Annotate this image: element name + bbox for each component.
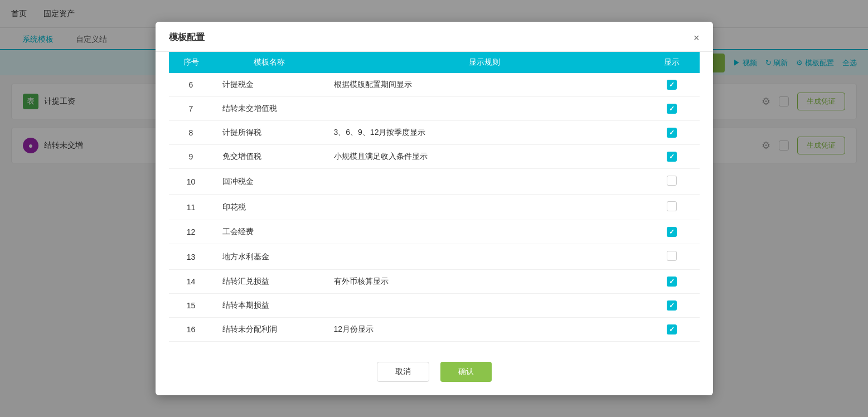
checkbox-empty-5[interactable] (667, 201, 677, 211)
cell-rule-4 (325, 169, 644, 195)
th-show: 显示 (644, 52, 700, 73)
table-row: 11印花税 (169, 195, 700, 220)
modal-footer: 取消 确认 (156, 353, 713, 395)
th-rule: 显示规则 (325, 52, 644, 73)
modal-overlay: 模板配置 × 序号 模板名称 显示规则 显示 6计提税金根据模版配置期间显 (0, 0, 868, 417)
modal-close-button[interactable]: × (694, 33, 700, 43)
cell-name-0: 计提税金 (214, 73, 325, 97)
checkbox-checked-3[interactable] (667, 152, 677, 162)
cell-rule-7 (325, 244, 644, 270)
cell-rule-10: 12月份显示 (325, 318, 644, 342)
th-name: 模板名称 (214, 52, 325, 73)
cell-no-3: 9 (169, 145, 214, 169)
cell-name-9: 结转本期损益 (214, 294, 325, 318)
cell-no-1: 7 (169, 97, 214, 121)
cell-rule-9 (325, 294, 644, 318)
checkbox-checked-2[interactable] (667, 128, 677, 138)
modal-body: 序号 模板名称 显示规则 显示 6计提税金根据模版配置期间显示7结转未交增值税8… (156, 52, 713, 353)
cell-no-9: 15 (169, 294, 214, 318)
table-row: 7结转未交增值税 (169, 97, 700, 121)
cell-no-0: 6 (169, 73, 214, 97)
cell-show-10[interactable] (644, 318, 700, 342)
checkbox-empty-4[interactable] (667, 176, 677, 186)
cell-show-1[interactable] (644, 97, 700, 121)
table-row: 15结转本期损益 (169, 294, 700, 318)
cell-show-7[interactable] (644, 244, 700, 270)
checkbox-checked-8[interactable] (667, 277, 677, 287)
cell-rule-6 (325, 220, 644, 244)
table-row: 13地方水利基金 (169, 244, 700, 270)
table-body: 6计提税金根据模版配置期间显示7结转未交增值税8计提所得税3、6、9、12月按季… (169, 73, 700, 342)
checkbox-checked-9[interactable] (667, 300, 677, 311)
cancel-button[interactable]: 取消 (377, 362, 429, 382)
cell-name-2: 计提所得税 (214, 121, 325, 145)
cell-name-7: 地方水利基金 (214, 244, 325, 270)
cell-rule-5 (325, 195, 644, 220)
cell-name-8: 结转汇兑损益 (214, 270, 325, 294)
table-row: 9免交增值税小规模且满足收入条件显示 (169, 145, 700, 169)
cell-show-9[interactable] (644, 294, 700, 318)
cell-rule-2: 3、6、9、12月按季度显示 (325, 121, 644, 145)
cell-no-4: 10 (169, 169, 214, 195)
cell-no-8: 14 (169, 270, 214, 294)
cell-no-7: 13 (169, 244, 214, 270)
table-row: 16结转未分配利润12月份显示 (169, 318, 700, 342)
table-scroll[interactable]: 序号 模板名称 显示规则 显示 6计提税金根据模版配置期间显示7结转未交增值税8… (169, 52, 700, 342)
cell-rule-3: 小规模且满足收入条件显示 (325, 145, 644, 169)
checkbox-checked-0[interactable] (667, 80, 677, 90)
config-table: 序号 模板名称 显示规则 显示 6计提税金根据模版配置期间显示7结转未交增值税8… (169, 52, 700, 342)
table-row: 8计提所得税3、6、9、12月按季度显示 (169, 121, 700, 145)
checkbox-checked-6[interactable] (667, 227, 677, 237)
table-row: 12工会经费 (169, 220, 700, 244)
cell-name-6: 工会经费 (214, 220, 325, 244)
table-header-row: 序号 模板名称 显示规则 显示 (169, 52, 700, 73)
cell-show-4[interactable] (644, 169, 700, 195)
table-row: 6计提税金根据模版配置期间显示 (169, 73, 700, 97)
checkbox-empty-7[interactable] (667, 251, 677, 261)
cell-name-4: 回冲税金 (214, 169, 325, 195)
checkbox-checked-1[interactable] (667, 104, 677, 114)
cell-name-5: 印花税 (214, 195, 325, 220)
cell-name-3: 免交增值税 (214, 145, 325, 169)
cell-no-5: 11 (169, 195, 214, 220)
cell-rule-0: 根据模版配置期间显示 (325, 73, 644, 97)
checkbox-checked-10[interactable] (667, 324, 677, 334)
cell-name-10: 结转未分配利润 (214, 318, 325, 342)
cell-rule-8: 有外币核算显示 (325, 270, 644, 294)
confirm-button[interactable]: 确认 (440, 362, 492, 382)
modal-header: 模板配置 × (156, 22, 713, 52)
cell-name-1: 结转未交增值税 (214, 97, 325, 121)
table-row: 14结转汇兑损益有外币核算显示 (169, 270, 700, 294)
cell-rule-1 (325, 97, 644, 121)
cell-show-8[interactable] (644, 270, 700, 294)
cell-no-10: 16 (169, 318, 214, 342)
cell-show-0[interactable] (644, 73, 700, 97)
cell-no-2: 8 (169, 121, 214, 145)
modal-title: 模板配置 (169, 32, 205, 43)
cell-show-6[interactable] (644, 220, 700, 244)
table-row: 10回冲税金 (169, 169, 700, 195)
cell-no-6: 12 (169, 220, 214, 244)
modal-template-config: 模板配置 × 序号 模板名称 显示规则 显示 6计提税金根据模版配置期间显 (156, 22, 713, 395)
cell-show-2[interactable] (644, 121, 700, 145)
th-no: 序号 (169, 52, 214, 73)
cell-show-3[interactable] (644, 145, 700, 169)
cell-show-5[interactable] (644, 195, 700, 220)
